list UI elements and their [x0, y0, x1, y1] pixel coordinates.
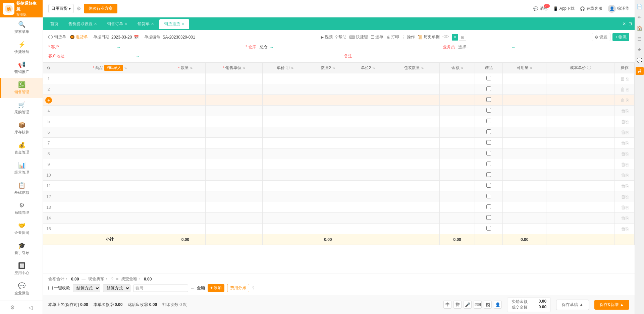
video-btn[interactable]: ▶ 视频: [321, 34, 333, 41]
col-sort-goods-icon[interactable]: ⇅: [124, 66, 127, 70]
tab-close-icon[interactable]: ✕: [124, 22, 127, 26]
sidebar-item-purchase[interactable]: 🛒 采购管理: [0, 98, 43, 118]
tab-price-setting[interactable]: 售价提取设置 ✕: [64, 19, 102, 29]
available-cell[interactable]: [503, 73, 546, 84]
price-cell[interactable]: [263, 73, 308, 84]
one-click-checkbox[interactable]: [48, 286, 53, 290]
tool-icon-2[interactable]: 拼: [453, 301, 462, 309]
col-sort-unit-icon[interactable]: ⇅: [243, 66, 245, 70]
rs-chat-icon[interactable]: 💬: [636, 56, 644, 64]
warehouse-more-icon[interactable]: ···: [270, 45, 273, 50]
expand-icon[interactable]: ⊡: [629, 21, 632, 26]
col-sort-pack-icon[interactable]: ⇅: [421, 66, 424, 70]
history-btn[interactable]: 📜 历史单据: [418, 34, 440, 41]
tab-delivery[interactable]: 销货单 ✕: [133, 19, 159, 29]
app-download-btn[interactable]: 📱 App下载: [553, 6, 575, 11]
add-logistics-btn[interactable]: + 物流: [612, 33, 629, 41]
sidebar-item-inventory[interactable]: 📦 库存核算: [0, 118, 43, 138]
notification-btn[interactable]: 💬 70 消息: [533, 6, 548, 11]
delete-row-btn[interactable]: 🗑: [620, 87, 625, 92]
tab-close-icon[interactable]: ✕: [181, 22, 184, 26]
date-picker-icon[interactable]: 📅: [134, 35, 139, 40]
sidebar-item-search[interactable]: 🔍 搜索菜单: [0, 17, 43, 38]
sidebar-item-marketing[interactable]: 📢 营销推广: [0, 58, 43, 78]
gift-checkbox[interactable]: [486, 194, 491, 198]
col-sort-price-icon[interactable]: ⇅: [291, 66, 293, 70]
help-btn[interactable]: ? 帮助: [335, 34, 347, 41]
col-sort-qty-icon[interactable]: ⇅: [190, 66, 193, 70]
col-sort-qty2-icon[interactable]: ⇅: [332, 66, 335, 70]
delete-row-btn[interactable]: 🗑: [620, 98, 625, 103]
tab-sales-order[interactable]: 销售订单 ✕: [102, 19, 132, 29]
grid-view-btn[interactable]: ≡: [452, 34, 458, 41]
gift-cell[interactable]: [475, 73, 503, 84]
radio-delivery-input[interactable]: [48, 35, 53, 39]
sidebar-item-enterprise[interactable]: 🤝 企业协同: [0, 218, 43, 239]
tool-icon-5[interactable]: 🖼: [484, 301, 492, 309]
gift-checkbox[interactable]: [486, 76, 491, 80]
sidebar-item-system[interactable]: ⚙ 系统管理: [0, 198, 43, 218]
sidebar-item-apps[interactable]: 🔲 应用中心: [0, 259, 43, 279]
rs-star-icon[interactable]: ★: [636, 46, 644, 54]
staff-input[interactable]: [457, 44, 510, 50]
sidebar-item-wechat[interactable]: 💬 企业微信: [0, 279, 43, 299]
address-more-icon[interactable]: ···: [136, 54, 139, 59]
copy-row-btn[interactable]: ⎘: [626, 205, 628, 210]
copy-row-btn[interactable]: ⎘: [626, 151, 628, 156]
operate-btn[interactable]: ⋮ 操作: [402, 34, 415, 41]
col-sort-unit2-icon[interactable]: ⇅: [372, 66, 375, 70]
gift-checkbox[interactable]: [486, 204, 491, 209]
copy-row-btn[interactable]: ⎘: [626, 119, 628, 124]
copy-row-btn[interactable]: ⎘: [626, 87, 629, 92]
copy-row-btn[interactable]: ⎘: [626, 140, 628, 146]
gift-checkbox[interactable]: [486, 108, 491, 113]
rs-home-icon[interactable]: 🏠: [636, 24, 644, 32]
delete-row-btn[interactable]: 🗑: [621, 183, 626, 189]
shortcut-btn[interactable]: ⌨ 快捷键: [349, 34, 368, 41]
th-settings[interactable]: ⚙: [43, 63, 54, 73]
sidebar-item-operations[interactable]: 📊 经营管理: [0, 158, 43, 178]
sidebar-item-finance[interactable]: 💰 资金管理: [0, 138, 43, 158]
delete-row-btn[interactable]: 🗑: [621, 151, 626, 156]
copy-row-btn[interactable]: ⎘: [626, 162, 628, 167]
rs-doc-icon[interactable]: 📄: [636, 3, 644, 11]
rs-print-icon[interactable]: 🖨: [636, 67, 644, 75]
address-input[interactable]: [66, 53, 133, 59]
prev-arrow-icon[interactable]: ◁: [442, 34, 445, 41]
list-view-btn[interactable]: ⊞: [459, 34, 466, 41]
copy-row-btn[interactable]: ⎘: [626, 194, 628, 199]
copy-row-btn[interactable]: ⎘: [626, 183, 628, 189]
close-tab-icon[interactable]: ✕: [623, 21, 626, 26]
customer-input[interactable]: [61, 44, 115, 50]
tab-close-icon[interactable]: ✕: [94, 22, 97, 26]
tool-icon-4[interactable]: ⌨: [474, 301, 482, 309]
col-sort-avail-icon[interactable]: ⇅: [530, 66, 532, 70]
sidebar-item-sales[interactable]: 💹 销售管理: [0, 78, 43, 98]
add-cost-btn[interactable]: + 添加: [208, 284, 224, 292]
amount-cell[interactable]: [439, 73, 475, 84]
gift-checkbox[interactable]: [486, 86, 491, 91]
tab-home[interactable]: 首页: [46, 19, 63, 29]
sidebar-item-base-info[interactable]: 📋 基础信息: [0, 178, 43, 198]
delete-row-btn[interactable]: 🗑: [621, 226, 626, 232]
discount-help-icon[interactable]: ?: [111, 277, 113, 281]
industry-select[interactable]: 日用百货 ▾: [48, 4, 74, 13]
customer-more-icon[interactable]: ···: [117, 45, 120, 50]
gift-checkbox[interactable]: [486, 172, 491, 177]
tool-icon-6[interactable]: 👤: [494, 301, 502, 309]
rs-list-icon[interactable]: ☰: [636, 35, 644, 43]
copy-row-btn[interactable]: ⎘: [626, 173, 628, 178]
pack-cell[interactable]: [388, 73, 439, 84]
radio-return[interactable]: 退货单: [70, 34, 88, 40]
delete-row-btn[interactable]: 🗑: [621, 140, 626, 146]
gift-checkbox[interactable]: [486, 129, 491, 134]
unit2-cell[interactable]: [348, 73, 388, 84]
account-input[interactable]: [133, 285, 188, 292]
qty2-cell[interactable]: [308, 73, 348, 84]
one-click-payment[interactable]: 一键收款: [48, 285, 70, 291]
delete-row-btn[interactable]: 🗑: [621, 205, 626, 210]
tab-close-icon[interactable]: ✕: [151, 22, 154, 26]
delete-row-btn[interactable]: 🗑: [621, 194, 626, 199]
save-draft-btn[interactable]: 保存草稿 ▲: [556, 300, 589, 310]
scan-input-btn[interactable]: 扫码录入: [104, 65, 123, 71]
